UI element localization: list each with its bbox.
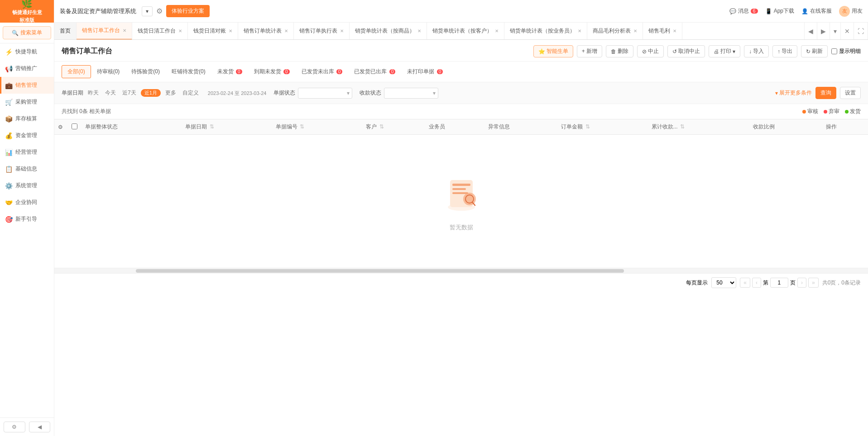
tab-close-icon[interactable]: ✕ (417, 28, 421, 33)
sidebar-item-operations[interactable]: 📊 经营管理 (0, 144, 54, 161)
date-option-yesterday[interactable]: 昨天 (86, 88, 101, 98)
tab-sales-stat-staff[interactable]: 销货单统计表（按业务员） ✕ (504, 23, 587, 40)
th-date[interactable]: 单据日期 ⇅ (182, 119, 272, 135)
sidebar-item-inventory[interactable]: 📦 库存核算 (0, 110, 54, 127)
tab-sales-profit[interactable]: 销售毛利 ✕ (643, 23, 682, 40)
refresh-button[interactable]: ↻ 刷新 (801, 45, 828, 57)
tab-sales-workbench[interactable]: 销售订单工作台 ✕ (77, 23, 132, 40)
ship-link[interactable]: 发货 (845, 108, 861, 115)
phone-icon: 📱 (765, 8, 772, 14)
online-service-button[interactable]: 👤 在线客服 (801, 7, 832, 15)
tab-close-all-button[interactable]: ✕ (841, 23, 854, 39)
column-gear-icon[interactable]: ⚙ (58, 124, 63, 130)
tab-sales-stat-product[interactable]: 销货单统计表（按商品） ✕ (350, 23, 427, 40)
cancel-suspend-button[interactable]: ↺ 取消中止 (667, 45, 705, 57)
add-button[interactable]: + 新增 (577, 45, 602, 57)
sidebar-item-marketing[interactable]: 📢 营销推广 (0, 60, 54, 77)
sidebar-item-quick-nav[interactable]: ⚡ 快捷导航 (0, 43, 54, 60)
sidebar-item-cooperation[interactable]: 🤝 企业协同 (0, 194, 54, 211)
sidebar-item-system[interactable]: ⚙️ 系统管理 (0, 177, 54, 194)
sidebar-item-basics[interactable]: 📋 基础信息 (0, 161, 54, 177)
import-button[interactable]: ↓ 导入 (744, 45, 769, 57)
unapprove-link[interactable]: 弃审 (824, 108, 839, 115)
tab-sales-stat-table[interactable]: 销售订单统计表 ✕ (238, 23, 294, 40)
tab-next-button[interactable]: ▶ (817, 23, 830, 39)
tab-fullscreen-button[interactable]: ⛶ (854, 23, 868, 39)
tab-close-icon[interactable]: ✕ (229, 28, 232, 33)
tab-close-icon[interactable]: ✕ (633, 28, 637, 33)
messages-button[interactable]: 💬 消息 6 (729, 7, 758, 15)
tab-close-icon[interactable]: ✕ (578, 28, 581, 33)
sidebar-item-finance[interactable]: 💰 资金管理 (0, 127, 54, 144)
sidebar-item-guide[interactable]: 🎯 新手引导 (0, 211, 54, 227)
tab-close-icon[interactable]: ✕ (673, 28, 676, 33)
tab-close-icon[interactable]: ✕ (495, 28, 499, 33)
tab-close-icon[interactable]: ✕ (123, 28, 126, 33)
page-number-input[interactable] (770, 278, 788, 288)
sidebar-item-purchase[interactable]: 🛒 采购管理 (0, 94, 54, 110)
filter-tab-not-printed[interactable]: 未打印单据 0 (401, 65, 449, 78)
tab-cash-daily[interactable]: 钱货日清工作台 ✕ (132, 23, 188, 40)
page-size-select[interactable]: 20 50 100 (711, 277, 736, 288)
app-download-button[interactable]: 📱 App下载 (765, 7, 794, 15)
tab-more-button[interactable]: ▾ (830, 23, 841, 39)
date-option-1month[interactable]: 近1月 (141, 89, 161, 97)
th-amount[interactable]: 订单金额 ⇅ (557, 119, 648, 135)
tab-close-icon[interactable]: ✕ (340, 28, 344, 33)
query-button[interactable]: 查询 (815, 87, 836, 99)
search-settings-button[interactable]: 设置 (840, 87, 861, 99)
industry-solution-button[interactable]: 体验行业方案 (166, 5, 210, 17)
suspend-button[interactable]: ⊘ 中止 (637, 45, 664, 57)
date-option-today[interactable]: 今天 (103, 88, 118, 98)
tab-margin-analysis[interactable]: 商品毛利分析表 ✕ (587, 23, 643, 40)
prev-page-button[interactable]: ‹ (752, 278, 761, 288)
date-option-7days[interactable]: 近7天 (120, 88, 138, 98)
tab-close-icon[interactable]: ✕ (178, 28, 182, 33)
user-profile-button[interactable]: 友 用友 (839, 6, 863, 17)
th-collected[interactable]: 累计收款... ⇅ (648, 119, 750, 135)
show-detail-checkbox-label[interactable]: 显示明细 (831, 47, 861, 55)
filter-tab-all[interactable]: 全部(0) (62, 65, 91, 78)
settings-button[interactable]: ⚙ (4, 422, 25, 432)
tab-close-icon[interactable]: ✕ (284, 28, 288, 33)
approve-link[interactable]: 审核 (802, 108, 818, 115)
sidebar-item-sales[interactable]: 💼 销售管理 (0, 77, 54, 94)
first-page-button[interactable]: « (740, 278, 750, 288)
approve-dot-icon (802, 110, 806, 114)
scrollbar-thumb[interactable] (136, 269, 624, 273)
filter-tab-not-shipped[interactable]: 未发货 0 (211, 65, 248, 78)
filter-tab-shipped-out[interactable]: 已发货已出库 0 (348, 65, 401, 78)
expand-conditions-button[interactable]: ▾ 展开更多条件 (775, 89, 812, 97)
select-all-checkbox[interactable] (72, 123, 77, 129)
tab-sales-stat-customer[interactable]: 销货单统计表（按客户） ✕ (427, 23, 504, 40)
system-dropdown-button[interactable]: ▾ (142, 6, 153, 16)
status-select[interactable] (298, 88, 352, 99)
refresh-label: 刷新 (812, 47, 823, 55)
last-page-button[interactable]: » (808, 278, 819, 288)
filter-tab-shipped-not-out[interactable]: 已发货未出库 0 (296, 65, 349, 78)
th-ratio: 收款比例 (749, 119, 822, 135)
payment-select[interactable] (384, 88, 438, 99)
search-menu-button[interactable]: 🔍 搜索菜单 (3, 26, 51, 39)
th-customer[interactable]: 客户 ⇅ (362, 119, 425, 135)
tab-cash-reconcile[interactable]: 钱货日清对账 ✕ (188, 23, 238, 40)
smart-create-button[interactable]: ⭐ 智能生单 (533, 45, 573, 57)
next-page-button[interactable]: › (797, 278, 806, 288)
filter-tab-pending-review[interactable]: 待审核(0) (91, 65, 126, 78)
topbar-gear-icon[interactable]: ⚙ (156, 7, 163, 15)
horizontal-scrollbar[interactable] (54, 268, 868, 273)
filter-tab-overdue[interactable]: 到期未发货 0 (248, 65, 296, 78)
tab-sales-exec-table[interactable]: 销售订单执行表 ✕ (294, 23, 350, 40)
date-option-more[interactable]: 更多 (163, 88, 178, 98)
filter-tab-pending-inspect[interactable]: 待拣验货(0) (125, 65, 166, 78)
export-button[interactable]: ↑ 导出 (772, 45, 797, 57)
th-number[interactable]: 单据编号 ⇅ (272, 119, 363, 135)
collapse-sidebar-button[interactable]: ◀ (29, 422, 51, 432)
print-button[interactable]: 🖨 打印 ▾ (709, 45, 740, 57)
tab-prev-button[interactable]: ◀ (805, 23, 817, 39)
date-option-custom[interactable]: 自定义 (181, 88, 201, 98)
tab-home[interactable]: 首页 (54, 23, 77, 40)
filter-tab-wangpu[interactable]: 旺铺待发货(0) (166, 65, 211, 78)
show-detail-checkbox[interactable] (831, 48, 837, 54)
delete-button[interactable]: 🗑 删除 (606, 45, 633, 57)
